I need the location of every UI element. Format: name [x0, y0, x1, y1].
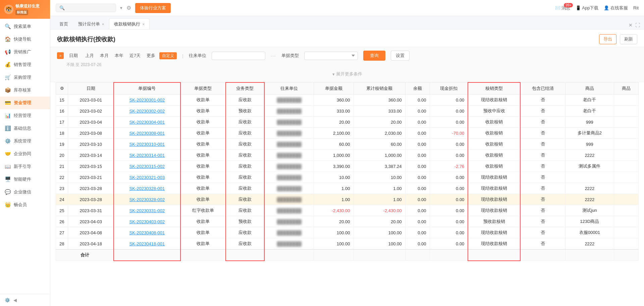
export-button[interactable]: 导出 — [599, 34, 616, 44]
cell-cash-discount: 0.00 — [430, 227, 468, 238]
voucher-link[interactable]: SK-20230310-001 — [129, 142, 165, 147]
voucher-link[interactable]: SK-20230321-003 — [129, 175, 165, 180]
date-btn-more[interactable]: 更多 — [145, 52, 157, 59]
sidebar-item-marketing[interactable]: 📢营销推广 — [0, 46, 50, 58]
voucher-link[interactable]: SK-20230302-002 — [129, 109, 165, 114]
cell-biz-type: 应收款 — [226, 238, 264, 250]
basic-icon: ℹ️ — [5, 125, 11, 131]
user-name[interactable]: Rit — [633, 5, 639, 10]
enterprise-icon: 🤝 — [5, 151, 11, 157]
voucher-type-label: 单据类型 — [281, 53, 299, 59]
col-date: 日期 — [68, 82, 114, 95]
cell-amount: 333.00 — [314, 106, 354, 117]
cell-date: 2023-03-10 — [68, 139, 114, 150]
cell-biz-type: 应收款 — [226, 139, 264, 150]
cell-date: 2023-03-02 — [68, 106, 114, 117]
topbar-gear-icon[interactable]: ⚙ — [126, 5, 131, 11]
cell-goods: 123D商品 — [565, 216, 614, 227]
col-settings[interactable]: ⚙ — [56, 82, 68, 95]
cell-balance: 0.00 — [405, 172, 430, 183]
cell-balance: 0.00 — [405, 227, 430, 238]
sidebar-label-basic: 基础信息 — [14, 125, 31, 131]
voucher-link[interactable]: SK-20230301-002 — [129, 98, 165, 103]
cell-offset-type: 收款核销 — [468, 161, 520, 172]
voucher-link[interactable]: SK-20230315-002 — [129, 164, 165, 169]
voucher-link[interactable]: SK-20230408-001 — [129, 230, 165, 235]
sidebar-item-search[interactable]: 🔍搜索菜单 — [0, 20, 50, 33]
tab-collection[interactable]: 收款核销执行 × — [109, 18, 149, 29]
footer-amount — [314, 249, 354, 261]
sidebar-item-sales[interactable]: 💰销售管理 — [0, 58, 50, 71]
cell-goods2 — [614, 150, 638, 161]
sidebar-item-enterprise[interactable]: 🤝企业协同 — [0, 147, 50, 160]
refresh-button[interactable]: 刷新 — [620, 34, 637, 44]
voucher-type-select[interactable] — [304, 52, 358, 60]
sidebar-item-operation[interactable]: 📊经营管理 — [0, 109, 50, 122]
cell-voucher-no: SK-20230314-001 — [114, 150, 180, 161]
cell-total-offset: 100.00 — [354, 238, 405, 250]
cell-amount: 100.00 — [314, 238, 354, 250]
date-btn-7days[interactable]: 近7天 — [127, 52, 143, 59]
sidebar-label-sales: 销售管理 — [14, 62, 31, 68]
customer-filter-input[interactable] — [212, 52, 265, 60]
sidebar-item-capital[interactable]: 💳资金管理 — [0, 97, 50, 109]
search-box[interactable]: 🔍 — [56, 4, 116, 12]
date-btn-this-year[interactable]: 本年 — [113, 52, 125, 59]
tab-collection-close[interactable]: × — [142, 22, 144, 26]
cell-total-offset: 10.00 — [354, 172, 405, 183]
voucher-link[interactable]: SK-20230308-001 — [129, 131, 165, 136]
voucher-link[interactable]: SK-20230328-002 — [129, 197, 165, 202]
tab-expand-icon[interactable]: ⛶ — [635, 22, 640, 28]
date-btn-this-month[interactable]: 本月 — [98, 52, 111, 59]
voucher-link[interactable]: SK-20230403-002 — [129, 219, 165, 224]
sidebar-item-wechat[interactable]: 💬企业微信 — [0, 186, 50, 198]
settings-icon[interactable]: ⚙️ — [5, 298, 10, 303]
topbar-dropdown-icon[interactable]: ▾ — [120, 5, 122, 10]
cell-voucher-type: 红字收款单 — [180, 205, 226, 216]
tab-close-all-icon[interactable]: ✕ — [629, 22, 633, 28]
tab-home[interactable]: 首页 — [54, 18, 73, 29]
notification-badge: 99+ — [564, 3, 573, 7]
sidebar-label-operation: 经营管理 — [14, 113, 31, 119]
expand-more-btn[interactable]: ▾ 展开更多条件 — [332, 71, 362, 77]
query-button[interactable]: 查询 — [363, 51, 385, 61]
cell-cash-discount: 0.00 — [430, 172, 468, 183]
online-service[interactable]: 👤 在线客服 — [604, 5, 628, 11]
cell-goods2 — [614, 227, 638, 238]
settings-button[interactable]: 设置 — [391, 51, 410, 61]
col-voucher-type: 单据类型 — [180, 82, 226, 95]
notification-area[interactable]: ✉️ 消息 99+ — [555, 5, 571, 11]
cell-balance: 0.00 — [405, 194, 430, 205]
cell-total-offset: 100.00 — [354, 227, 405, 238]
col-goods: 商品 — [565, 82, 614, 95]
sidebar-item-inventory[interactable]: 📦库存核算 — [0, 84, 50, 97]
sidebar-item-member[interactable]: 👑畅会员 — [0, 198, 50, 211]
collapse-icon[interactable]: ◀ — [13, 298, 17, 303]
cell-goods2 — [614, 172, 638, 183]
sidebar-item-basic[interactable]: ℹ️基础信息 — [0, 122, 50, 135]
sidebar-item-purchase[interactable]: 🛒采购管理 — [0, 71, 50, 84]
date-custom-btn[interactable]: 自定义 — [159, 52, 177, 59]
sidebar-item-hardware[interactable]: 🖥️智能硬件 — [0, 173, 50, 186]
sales-icon: 💰 — [5, 62, 11, 68]
cell-date: 2023-03-01 — [68, 95, 114, 106]
sidebar-item-guide[interactable]: 📖新手引导 — [0, 160, 50, 173]
sidebar-item-quicknav[interactable]: 🏠快捷导航 — [0, 33, 50, 46]
cell-cash-discount: 0.00 — [430, 205, 468, 216]
cell-include-settled: 否 — [520, 172, 566, 183]
app-download-icon[interactable]: 📱 App下载 — [576, 5, 598, 11]
table-row: 20 2023-03-14 SK-20230314-001 收款单 应收款 ██… — [56, 150, 639, 161]
tab-prepay-close[interactable]: × — [102, 22, 104, 26]
filter-toggle-btn[interactable]: » — [57, 52, 64, 59]
solution-button[interactable]: 体验行业方案 — [135, 3, 171, 13]
tab-prepay[interactable]: 预计应付单 × — [73, 18, 109, 29]
voucher-link[interactable]: SK-20230314-001 — [129, 153, 165, 158]
voucher-link[interactable]: SK-20230331-002 — [129, 208, 165, 213]
sidebar-item-system[interactable]: ⚙️系统管理 — [0, 135, 50, 147]
date-btn-last-month[interactable]: 上月 — [83, 52, 96, 59]
cell-include-settled: 否 — [520, 227, 566, 238]
voucher-link[interactable]: SK-20230328-001 — [129, 186, 165, 191]
voucher-link[interactable]: SK-20230418-001 — [129, 241, 165, 246]
voucher-link[interactable]: SK-20230304-001 — [129, 120, 165, 125]
cell-cash-discount: 0.00 — [430, 139, 468, 150]
